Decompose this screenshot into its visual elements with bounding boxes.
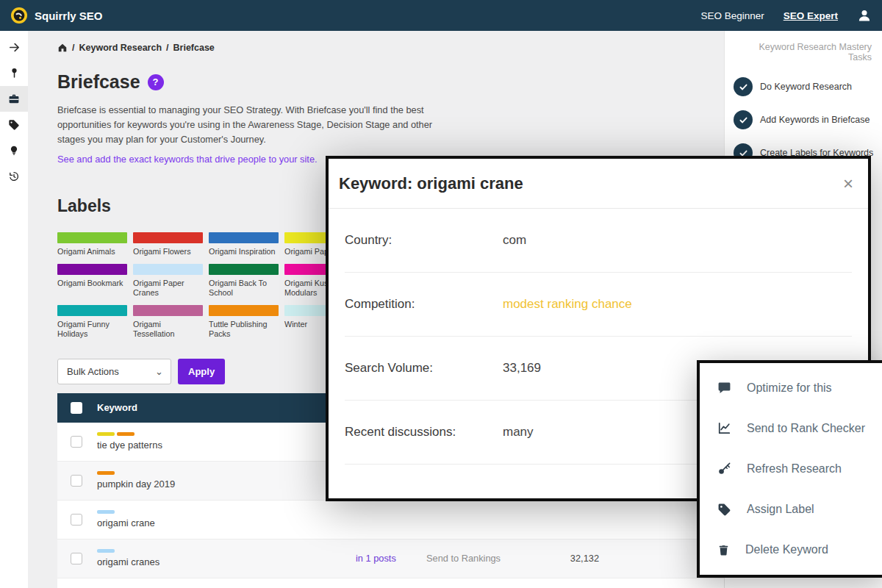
keyword-text: tie dye patterns (97, 440, 162, 451)
label-color-swatch (57, 264, 127, 275)
label-color-swatch (57, 232, 127, 243)
search-volume-value: 32,132 (544, 553, 599, 564)
comment-icon (717, 381, 731, 395)
chevron-down-icon: ⌄ (155, 366, 163, 377)
label-color-swatch (133, 232, 203, 243)
label-bar (117, 549, 135, 553)
check-circle-icon (734, 110, 753, 129)
top-navbar: Squirrly SEO SEO Beginner SEO Expert (0, 0, 882, 31)
key-icon (717, 462, 731, 476)
label-bar (117, 432, 135, 436)
breadcrumb: / Keyword Research / Briefcase (57, 43, 724, 53)
keyword-column-header: Keyword (97, 402, 137, 413)
field-value: com (503, 233, 526, 248)
home-icon[interactable] (57, 43, 68, 53)
menu-item-refresh-research[interactable]: Refresh Research (700, 462, 882, 476)
user-avatar-icon[interactable] (857, 8, 872, 23)
nav-seo-expert[interactable]: SEO Expert (784, 10, 838, 21)
brand-name: Squirrly SEO (35, 10, 103, 22)
menu-item-assign-label[interactable]: Assign Label (700, 503, 882, 517)
label-name: Origami Animals (57, 247, 133, 257)
label-chip[interactable]: Origami Tessellation (133, 305, 209, 340)
select-all-checkbox[interactable] (71, 402, 82, 414)
menu-item-delete-keyword[interactable]: Delete Keyword (700, 543, 882, 557)
label-chip[interactable]: Origami Bookmark (57, 264, 133, 298)
check-circle-icon (734, 77, 753, 96)
keyword-text: pumpkin day 2019 (97, 478, 175, 490)
status-text[interactable]: Send to Rankings (426, 553, 544, 564)
breadcrumb-briefcase[interactable]: Briefcase (173, 43, 215, 53)
breadcrumb-keyword-research[interactable]: Keyword Research (79, 43, 162, 53)
lightbulb-icon[interactable] (0, 137, 28, 163)
menu-item-label: Send to Rank Checker (747, 422, 865, 435)
page-title: Briefcase (57, 71, 140, 93)
modal-field-row: Country: com (345, 209, 852, 273)
field-label: Recent discussions: (345, 425, 503, 440)
posts-link[interactable]: in 1 posts (345, 553, 426, 564)
tasks-heading: Keyword Research Mastery Tasks (734, 42, 875, 62)
squirrly-logo-icon (10, 7, 28, 24)
menu-item-label: Optimize for this (747, 381, 832, 395)
label-color-swatch (209, 305, 279, 316)
label-bar (97, 510, 115, 514)
keywords-drive-link[interactable]: See and add the exact keywords that driv… (57, 154, 318, 165)
label-bar (117, 510, 135, 514)
field-label: Competition: (345, 297, 503, 312)
bulk-actions-select[interactable]: Bulk Actions ⌄ (57, 359, 171, 384)
modal-field-row: Competition: modest ranking chance (345, 273, 852, 337)
row-label-bars (97, 471, 175, 475)
tag-icon (717, 503, 731, 517)
label-name: Origami Back To School (209, 279, 284, 298)
label-chip[interactable]: Tuttle Publishing Packs (209, 305, 284, 340)
apply-button[interactable]: Apply (178, 359, 225, 384)
label-color-swatch (133, 305, 203, 316)
label-chip[interactable]: Origami Animals (57, 232, 133, 257)
labels-tag-icon[interactable] (0, 112, 28, 137)
field-label: Country: (345, 233, 503, 248)
row-checkbox[interactable] (71, 436, 82, 448)
chart-line-icon (717, 421, 731, 435)
label-color-swatch (57, 305, 127, 316)
menu-item-label: Refresh Research (747, 462, 842, 476)
nav-seo-beginner[interactable]: SEO Beginner (700, 10, 764, 21)
breadcrumb-separator: / (166, 43, 168, 53)
label-bar (97, 432, 115, 436)
trash-icon (717, 543, 730, 557)
menu-item-optimize[interactable]: Optimize for this (700, 381, 882, 395)
left-icon-rail (0, 31, 28, 588)
label-chip[interactable]: Origami Paper Cranes (133, 264, 209, 298)
label-name: Origami Flowers (133, 247, 209, 257)
row-checkbox[interactable] (71, 514, 82, 526)
row-label-bars (97, 549, 159, 553)
row-checkbox[interactable] (71, 475, 82, 487)
tasks-list: Do Keyword Research Add Keywords in Brie… (734, 77, 875, 162)
keyword-research-pin-icon[interactable] (0, 60, 28, 86)
collapse-arrow-icon[interactable] (0, 35, 28, 60)
briefcase-icon[interactable] (0, 86, 28, 112)
menu-item-label: Delete Keyword (745, 543, 828, 556)
menu-item-label: Assign Label (747, 503, 814, 516)
task-label: Do Keyword Research (760, 82, 852, 92)
help-icon[interactable]: ? (148, 74, 164, 90)
row-label-bars (97, 432, 162, 436)
row-checkbox[interactable] (71, 553, 82, 564)
field-value: modest ranking chance (503, 297, 632, 312)
task-item[interactable]: Add Keywords in Briefcase (734, 110, 875, 129)
label-chip[interactable]: Origami Inspiration (209, 232, 284, 257)
close-icon[interactable]: × (843, 175, 853, 193)
menu-item-rank-checker[interactable]: Send to Rank Checker (700, 421, 882, 435)
field-value: many (503, 425, 534, 440)
table-row: origami cranes in 1 posts Send to Rankin… (57, 539, 724, 578)
label-name: Origami Paper Cranes (133, 279, 209, 298)
label-chip[interactable]: Origami Back To School (209, 264, 284, 298)
label-name: Tuttle Publishing Packs (209, 320, 284, 340)
keyword-context-menu: Optimize for this Send to Rank Checker R… (697, 360, 882, 578)
label-chip[interactable]: Origami Flowers (133, 232, 209, 257)
breadcrumb-separator: / (72, 43, 74, 53)
label-name: Origami Tessellation (133, 320, 209, 340)
history-icon[interactable] (0, 163, 28, 189)
label-chip[interactable]: Origami Funny Holidays (57, 305, 133, 340)
task-item[interactable]: Do Keyword Research (734, 77, 875, 96)
field-label: Search Volume: (345, 361, 503, 376)
brand[interactable]: Squirrly SEO (10, 7, 103, 24)
